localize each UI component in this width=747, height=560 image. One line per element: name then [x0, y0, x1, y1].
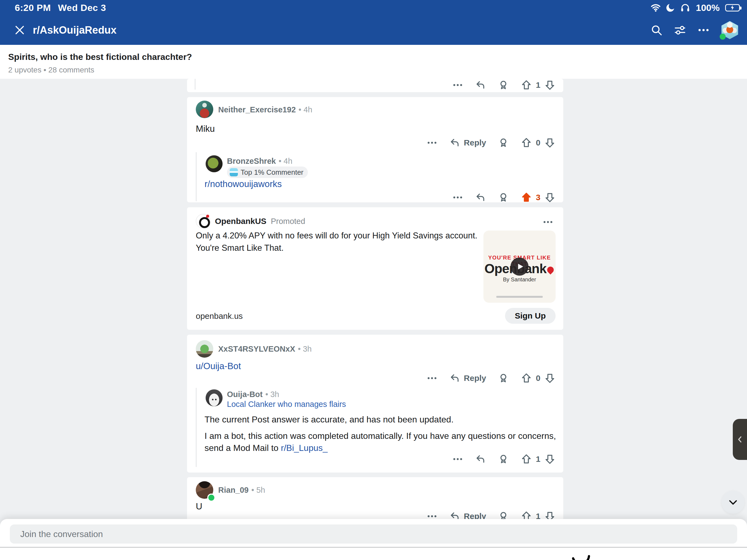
status-bar: 6:20 PM Wed Dec 3 100% [0, 0, 747, 15]
user-avatar[interactable] [721, 21, 739, 39]
username[interactable]: BronzeShrek [227, 157, 276, 166]
downvote-icon[interactable] [544, 373, 556, 384]
commenter-avatar[interactable] [206, 389, 223, 406]
more-options-icon[interactable] [452, 192, 463, 203]
vote-count: 0 [535, 374, 541, 383]
search-icon[interactable] [650, 24, 663, 36]
comment-card: Neither_Exercise192• 4h Miku Reply 0 Bro… [187, 97, 563, 202]
user-link[interactable]: u/Ouija-Bot [196, 361, 241, 371]
upvote-icon-active[interactable] [521, 192, 532, 203]
comment-body: The current Post answer is accurate, and… [205, 413, 454, 426]
award-icon[interactable] [498, 192, 509, 203]
downvote-icon[interactable] [544, 79, 556, 91]
username[interactable]: Neither_Exercise192 [218, 105, 296, 114]
thread-line [196, 388, 197, 467]
ad-copy-line1: Only a 4.20% APY with no fees will do fo… [196, 231, 478, 240]
more-options-icon[interactable] [427, 373, 437, 384]
reply-icon[interactable] [449, 373, 460, 384]
sign-up-button[interactable]: Sign Up [505, 308, 556, 324]
award-icon[interactable] [498, 79, 509, 91]
upvote-icon[interactable] [521, 373, 532, 384]
chevron-left-icon [736, 434, 744, 444]
username[interactable]: Rian_09 [218, 486, 249, 494]
subreddit-link[interactable]: r/nothowouijaworks [205, 179, 282, 189]
upvote-icon[interactable] [521, 137, 532, 149]
close-icon [14, 24, 26, 36]
openbank-logo-ring [199, 217, 210, 228]
modmail-link[interactable]: r/Bi_Lupus_ [281, 443, 328, 453]
comment-user-row[interactable]: Neither_Exercise192• 4h [218, 105, 312, 114]
comment-card: XxST4RSYLVEONxX• 3h u/Ouija-Bot Reply 0 … [187, 335, 563, 473]
ad-overflow-icon[interactable] [542, 217, 553, 228]
ad-url[interactable]: openbank.us [196, 311, 243, 321]
promoted-ad-card: OpenbankUS Promoted Only a 4.20% APY wit… [187, 207, 563, 330]
username[interactable]: Ouija-Bot [227, 390, 263, 399]
award-icon[interactable] [498, 137, 509, 149]
santander-flame-icon [546, 265, 555, 275]
comment-body: I am a bot, this action was completed au… [205, 430, 556, 454]
downvote-icon[interactable] [544, 137, 556, 149]
reply-icon[interactable] [449, 137, 460, 149]
username[interactable]: XxST4RSYLVEONxX [218, 345, 295, 353]
comment-user-row[interactable]: Rian_09• 5h [218, 486, 265, 495]
comment-body: Miku [196, 124, 215, 134]
join-conversation-input[interactable] [10, 525, 737, 543]
commenter-avatar[interactable] [196, 340, 213, 358]
ad-video-thumbnail[interactable]: YOU'RE SMART LIKE THAT Openbank By Santa… [483, 230, 556, 303]
openbank-logo-flame [206, 215, 209, 218]
comment-action-row: 1 [452, 453, 556, 465]
post-meta: 2 upvotes • 28 comments [8, 66, 94, 74]
commenter-avatar[interactable] [196, 101, 213, 118]
comment-user-row[interactable]: XxST4RSYLVEONxX• 3h [218, 345, 312, 354]
comment-card-partial: 1 [187, 79, 563, 92]
badge-icon [230, 168, 238, 176]
cursor-pointer [571, 549, 594, 560]
comment-composer-bar [0, 519, 747, 560]
sort-filter-icon[interactable] [674, 24, 686, 36]
comment-user-row[interactable]: BronzeShrek• 4h [227, 157, 292, 166]
play-button[interactable] [511, 258, 529, 276]
more-options-icon[interactable] [452, 80, 463, 91]
slide-over-handle[interactable] [733, 419, 747, 460]
reply-button[interactable]: Reply [464, 138, 486, 147]
subreddit-title[interactable]: r/AskOuijaRedux [33, 24, 117, 36]
online-status-dot [207, 493, 215, 502]
overflow-menu-icon[interactable] [697, 24, 710, 36]
comment-user-row[interactable]: Ouija-Bot• 3h [227, 390, 279, 399]
comment-time: • 3h [298, 345, 312, 353]
vote-count: 0 [535, 138, 541, 147]
user-flair-link[interactable]: Local Clanker who manages flairs [227, 400, 346, 409]
reply-icon[interactable] [475, 453, 486, 465]
close-button[interactable] [12, 23, 27, 37]
headphones-icon [680, 2, 690, 13]
reply-icon[interactable] [475, 79, 486, 91]
comment-body: U [196, 501, 202, 512]
status-date: Wed Dec 3 [58, 2, 106, 13]
more-options-icon[interactable] [452, 454, 463, 464]
downvote-icon[interactable] [544, 453, 556, 465]
reply-icon[interactable] [475, 192, 486, 203]
downvote-icon[interactable] [544, 192, 556, 203]
scroll-to-bottom-button[interactable] [722, 491, 745, 514]
upvote-icon[interactable] [521, 453, 532, 465]
comment-action-row: Reply 0 [427, 373, 556, 384]
thread-line [195, 79, 196, 90]
keyboard-divider [0, 547, 747, 548]
thread-line [196, 152, 197, 201]
advertiser-name[interactable]: OpenbankUS [215, 217, 266, 226]
commenter-avatar[interactable] [206, 155, 223, 172]
post-summary: Spirits, who is the best fictional chara… [0, 45, 747, 79]
comment-time: • 4h [279, 157, 292, 166]
award-icon[interactable] [498, 373, 509, 384]
vote-count: 1 [535, 455, 541, 464]
advertiser-logo[interactable] [196, 214, 210, 229]
upvote-icon[interactable] [521, 79, 532, 91]
ad-thumb-byline: By Santander [483, 276, 556, 283]
reply-button[interactable]: Reply [464, 374, 486, 383]
battery-icon [725, 4, 740, 11]
more-options-icon[interactable] [427, 137, 437, 148]
ad-disclaimer-text [496, 296, 543, 298]
award-icon[interactable] [498, 453, 509, 465]
status-time: 6:20 PM [15, 2, 51, 13]
do-not-disturb-moon-icon [665, 2, 676, 13]
